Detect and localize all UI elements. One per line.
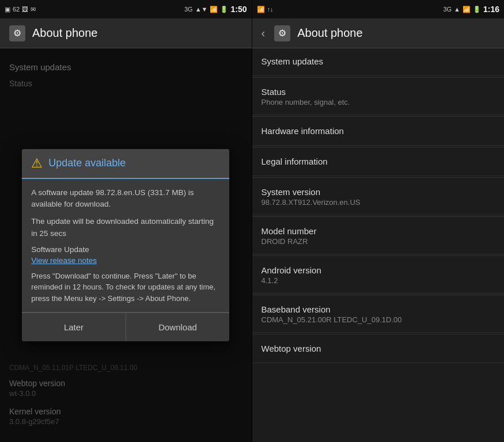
notification-icon-p: ▣ — [5, 6, 10, 13]
menu-title-webtop: Webtop version — [262, 344, 495, 353]
menu-subtitle-baseband: CDMA_N_05.21.00R LTEDC_U_09.1D.00 — [262, 315, 495, 324]
menu-item-baseband: Baseband version CDMA_N_05.21.00R LTEDC_… — [252, 296, 505, 333]
notification-icon-62: 62 — [13, 6, 20, 13]
warning-icon: ⚠ — [31, 156, 43, 171]
dialog-title-bar: ⚠ Update available — [22, 149, 229, 179]
menu-item-hardware[interactable]: Hardware information — [252, 118, 505, 146]
divider-1 — [252, 77, 505, 78]
settings-icon: ⚙ — [9, 25, 25, 41]
dialog-body: A software update 98.72.8.en.US (331.7 M… — [22, 179, 229, 313]
divider-8 — [252, 334, 505, 334]
right-status-left: 📶 ↑↓ — [257, 6, 274, 13]
dialog-instructions: Press "Download" to continue. Press "Lat… — [31, 270, 220, 304]
menu-title-model: Model number — [262, 226, 495, 236]
dialog-buttons: Later Download — [22, 313, 229, 341]
left-status-bar: ▣ 62 🖼 ✉ 3G ▲▼ 📶 🔋 1:50 — [0, 0, 252, 18]
right-battery-icon: 🔋 — [473, 6, 481, 13]
right-time: 1:16 — [483, 5, 499, 14]
left-status-right: 3G ▲▼ 📶 🔋 1:50 — [184, 5, 247, 14]
left-content-area: System updates Status ⚠ Update available… — [0, 48, 252, 442]
left-app-title: About phone — [32, 26, 97, 40]
right-menu-content: System updates Status Phone number, sign… — [252, 48, 505, 442]
data-transfer-icon: ↑↓ — [267, 6, 274, 13]
menu-title-status: Status — [262, 87, 495, 97]
right-app-title: About phone — [297, 26, 362, 40]
right-signal-bars-icon: 📶 — [463, 6, 471, 13]
menu-item-legal[interactable]: Legal information — [252, 148, 505, 176]
left-time: 1:50 — [230, 5, 247, 14]
menu-title-legal: Legal information — [262, 157, 495, 166]
divider-3 — [252, 147, 505, 147]
wifi-icon: 📶 — [257, 6, 265, 13]
battery-icon: 🔋 — [220, 6, 228, 13]
left-panel: ▣ 62 🖼 ✉ 3G ▲▼ 📶 🔋 1:50 ⚙ About phone Sy… — [0, 0, 252, 442]
divider-7 — [252, 295, 505, 295]
update-dialog: ⚠ Update available A software update 98.… — [22, 149, 229, 342]
divider-6 — [252, 256, 505, 256]
network-3g-icon: 3G — [184, 6, 193, 13]
dialog-overlay: ⚠ Update available A software update 98.… — [0, 48, 252, 442]
menu-item-status[interactable]: Status Phone number, signal, etc. — [252, 79, 505, 115]
menu-subtitle-android: 4.1.2 — [262, 276, 495, 285]
dialog-message-2: The update will be downloaded automatica… — [31, 216, 220, 239]
view-release-notes-link[interactable]: View release notes — [31, 256, 220, 265]
dialog-message-1: A software update 98.72.8.en.US (331.7 M… — [31, 187, 220, 211]
left-status-icons: ▣ 62 🖼 ✉ — [5, 6, 36, 13]
download-button[interactable]: Download — [126, 313, 230, 341]
menu-title-system-version: System version — [262, 187, 495, 197]
notification-icon-msg: ✉ — [31, 6, 36, 13]
signal-icon: ▲▼ — [195, 6, 208, 13]
dialog-title: Update available — [48, 157, 126, 169]
menu-item-system-updates[interactable]: System updates — [252, 48, 505, 76]
right-app-bar[interactable]: ‹ ⚙ About phone — [252, 18, 505, 48]
menu-item-model: Model number DROID RAZR — [252, 218, 505, 254]
menu-subtitle-system-version: 98.72.8.XT912.Verizon.en.US — [262, 198, 495, 207]
notification-icon-img: 🖼 — [22, 6, 28, 13]
menu-title-system-updates: System updates — [262, 56, 495, 66]
divider-5 — [252, 216, 505, 217]
menu-subtitle-model: DROID RAZR — [262, 237, 495, 246]
menu-item-webtop: Webtop version — [252, 336, 505, 363]
menu-subtitle-status: Phone number, signal, etc. — [262, 98, 495, 106]
right-status-right: 3G ▲ 📶 🔋 1:16 — [443, 5, 499, 14]
dialog-software-label: Software Update — [31, 245, 220, 254]
right-settings-icon: ⚙ — [274, 25, 290, 41]
right-signal-icon: ▲ — [454, 6, 460, 13]
later-button[interactable]: Later — [22, 313, 126, 341]
menu-item-android: Android version 4.1.2 — [252, 257, 505, 294]
right-network-icon: 3G — [443, 6, 452, 13]
menu-title-hardware: Hardware information — [262, 126, 495, 136]
menu-title-android: Android version — [262, 265, 495, 275]
divider-2 — [252, 116, 505, 117]
left-app-bar: ⚙ About phone — [0, 18, 252, 48]
signal-bars-icon: 📶 — [210, 6, 218, 13]
menu-item-system-version: System version 98.72.8.XT912.Verizon.en.… — [252, 179, 505, 215]
back-arrow-icon[interactable]: ‹ — [262, 26, 266, 40]
right-panel: 📶 ↑↓ 3G ▲ 📶 🔋 1:16 ‹ ⚙ About phone Syste… — [252, 0, 505, 442]
divider-4 — [252, 177, 505, 178]
menu-title-baseband: Baseband version — [262, 304, 495, 314]
right-status-bar: 📶 ↑↓ 3G ▲ 📶 🔋 1:16 — [252, 0, 505, 18]
